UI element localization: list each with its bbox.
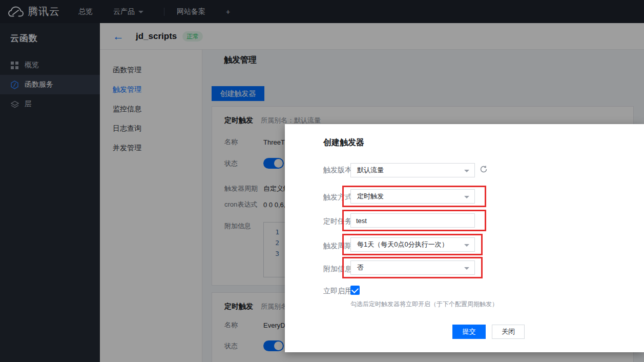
chevron-down-icon	[464, 267, 469, 270]
label-text: 触发版本	[323, 166, 352, 175]
label-text: 附加信息	[323, 265, 352, 274]
selected-value: 定时触发	[357, 192, 384, 201]
enable-now-label: 立即启用	[323, 287, 352, 296]
selected-value: 否	[357, 263, 364, 272]
modal-title: 创建触发器	[323, 137, 364, 148]
chevron-down-icon	[464, 244, 469, 247]
label-text: 触发方式	[323, 193, 352, 202]
label-text: 立即启用	[323, 287, 352, 296]
create-trigger-modal: 创建触发器 触发版本 默认流量 触发方式 定时触发 定时任务名称i*	[285, 124, 644, 352]
trigger-type-select[interactable]: 定时触发	[350, 189, 475, 204]
trigger-version-select[interactable]: 默认流量	[350, 163, 475, 177]
screen: 腾讯云 总览 云产品 网站备案 + 云函数 概览 函数服务	[0, 0, 644, 362]
submit-button[interactable]: 提交	[452, 325, 486, 339]
close-button[interactable]: 关闭	[492, 325, 525, 339]
trigger-version-label: 触发版本	[323, 166, 352, 175]
refresh-icon[interactable]	[480, 165, 488, 175]
timer-task-name-input[interactable]	[350, 213, 475, 228]
selected-value: 默认流量	[357, 166, 384, 175]
trigger-type-label: 触发方式	[323, 193, 352, 202]
selected-value: 每1天（每天0点0分执行一次）	[357, 240, 448, 249]
extra-info-select[interactable]: 否	[350, 260, 475, 275]
chevron-down-icon	[464, 170, 469, 172]
enable-now-checkbox-checked[interactable]	[350, 286, 360, 295]
chevron-down-icon	[464, 196, 469, 198]
enable-now-hint: 勾选后定时触发器将立即开启（于下个配置周期触发）	[350, 300, 498, 309]
trigger-cycle-select[interactable]: 每1天（每天0点0分执行一次）	[350, 237, 475, 252]
label-text: 触发周期	[323, 242, 352, 251]
